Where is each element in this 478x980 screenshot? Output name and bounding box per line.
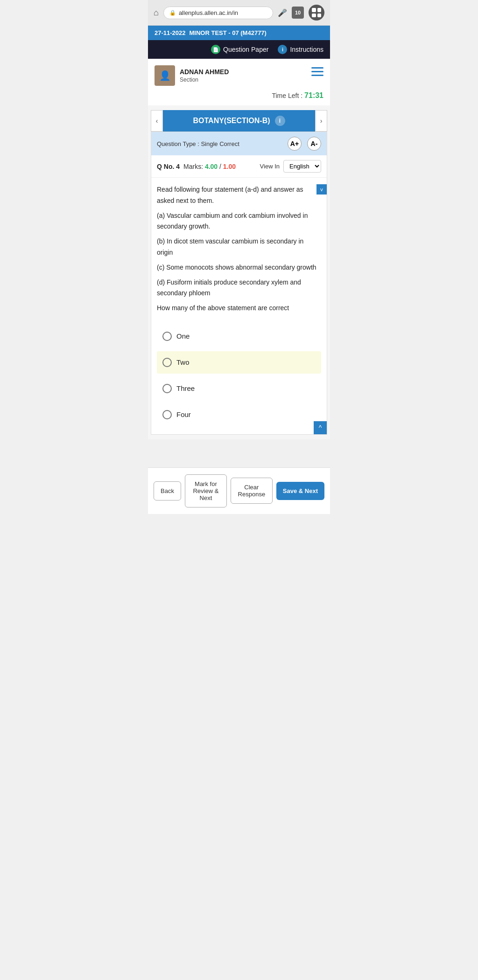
user-info: ADNAN AHMED Section	[180, 68, 229, 83]
main-content: ‹ BOTANY(SECTION-B) i › Question Type : …	[148, 105, 330, 439]
clear-response-button[interactable]: Clear Response	[231, 478, 273, 504]
user-left: 👤 ADNAN AHMED Section	[155, 65, 229, 86]
option-four-radio[interactable]	[162, 410, 172, 419]
nav-bar: 📄 Question Paper i Instructions	[148, 40, 330, 59]
back-button[interactable]: Back	[154, 481, 181, 500]
positive-marks: 4.00	[205, 163, 218, 170]
section-prev-button[interactable]: ‹	[151, 110, 163, 132]
mic-icon[interactable]: 🎤	[278, 8, 287, 17]
section-label: Section	[180, 76, 229, 83]
question-line-3: (b) In dicot stem vascular cambium is se…	[157, 236, 321, 258]
question-text: v Read following four statement (a-d) an…	[151, 178, 327, 320]
section-header-row: ‹ BOTANY(SECTION-B) i ›	[151, 110, 327, 132]
header-test-name: MINOR TEST - 07 (M42777)	[190, 29, 267, 36]
options-container: One Two Three Four ^	[151, 320, 327, 434]
user-name: ADNAN AHMED	[180, 68, 229, 76]
view-in-label: View In	[260, 163, 280, 170]
question-line-5: (d) Fusiform initials produce secondary …	[157, 277, 321, 299]
tab-count[interactable]: 10	[292, 7, 304, 19]
url-text: allenplus.allen.ac.in/in	[179, 9, 238, 16]
language-select[interactable]: English Hindi	[283, 160, 321, 173]
section-info-icon[interactable]: i	[275, 116, 285, 126]
lock-icon: 🔒	[169, 10, 176, 16]
user-section: 👤 ADNAN AHMED Section	[148, 59, 330, 90]
question-type-label: Question Type : Single Correct	[157, 140, 282, 147]
option-two[interactable]: Two	[157, 351, 321, 374]
option-two-radio[interactable]	[162, 358, 172, 367]
question-paper-icon: 📄	[211, 45, 220, 54]
option-one-label: One	[176, 332, 190, 340]
option-three-label: Three	[176, 384, 195, 392]
instructions-icon: i	[278, 45, 287, 54]
option-two-label: Two	[176, 358, 190, 366]
section-title: BOTANY(SECTION-B)	[193, 117, 270, 125]
question-number: Q No. 4	[157, 163, 180, 170]
question-line-1: Read following four statement (a-d) and …	[157, 184, 321, 207]
apps-icon[interactable]	[309, 5, 324, 21]
header-date: 27-11-2022	[155, 29, 186, 36]
option-one[interactable]: One	[157, 325, 321, 348]
question-paper-nav[interactable]: 📄 Question Paper	[211, 45, 268, 54]
avatar: 👤	[155, 65, 175, 86]
instructions-label: Instructions	[290, 46, 323, 53]
instructions-nav[interactable]: i Instructions	[278, 45, 323, 54]
section-title-bar: BOTANY(SECTION-B) i	[163, 110, 315, 132]
url-bar[interactable]: 🔒 allenplus.allen.ac.in/in	[163, 7, 273, 19]
chevron-right-icon: ›	[320, 117, 323, 125]
home-icon[interactable]: ⌂	[154, 8, 159, 18]
option-three-radio[interactable]	[162, 384, 172, 393]
question-line-2: (a) Vascular cambium and cork cambium in…	[157, 210, 321, 233]
timer-row: Time Left : 71:31	[148, 90, 330, 105]
time-left-label: Time Left :	[272, 92, 302, 99]
font-increase-button[interactable]: A+	[288, 137, 302, 151]
marks-label: Marks: 4.00 / 1.00	[183, 163, 236, 170]
question-line-6: How many of the above statement are corr…	[157, 303, 321, 314]
mark-review-button[interactable]: Mark for Review & Next	[185, 474, 227, 507]
scroll-indicator[interactable]: v	[316, 184, 327, 195]
question-meta-bar: Q No. 4 Marks: 4.00 / 1.00 View In Engli…	[151, 155, 327, 178]
question-line-4: (c) Some monocots shows abnormal seconda…	[157, 262, 321, 273]
scroll-up-button[interactable]: ^	[314, 421, 327, 434]
option-three[interactable]: Three	[157, 377, 321, 400]
option-four-label: Four	[176, 410, 191, 418]
chevron-left-icon: ‹	[156, 117, 158, 125]
browser-bar: ⌂ 🔒 allenplus.allen.ac.in/in 🎤 10	[148, 0, 330, 26]
save-next-button[interactable]: Save & Next	[276, 482, 324, 500]
timer-value: 71:31	[304, 91, 323, 100]
section-next-button[interactable]: ›	[315, 110, 327, 132]
menu-button[interactable]	[311, 67, 323, 76]
option-one-radio[interactable]	[162, 332, 172, 341]
question-paper-label: Question Paper	[223, 46, 268, 53]
question-panel: Question Type : Single Correct A+ A- Q N…	[151, 132, 327, 435]
bottom-action-bar: Back Mark for Review & Next Clear Respon…	[148, 467, 330, 514]
header-bar: 27-11-2022 MINOR TEST - 07 (M42777)	[148, 26, 330, 40]
option-four[interactable]: Four	[157, 403, 321, 426]
font-decrease-button[interactable]: A-	[307, 137, 321, 151]
question-type-bar: Question Type : Single Correct A+ A-	[151, 132, 327, 155]
negative-marks: 1.00	[223, 163, 236, 170]
